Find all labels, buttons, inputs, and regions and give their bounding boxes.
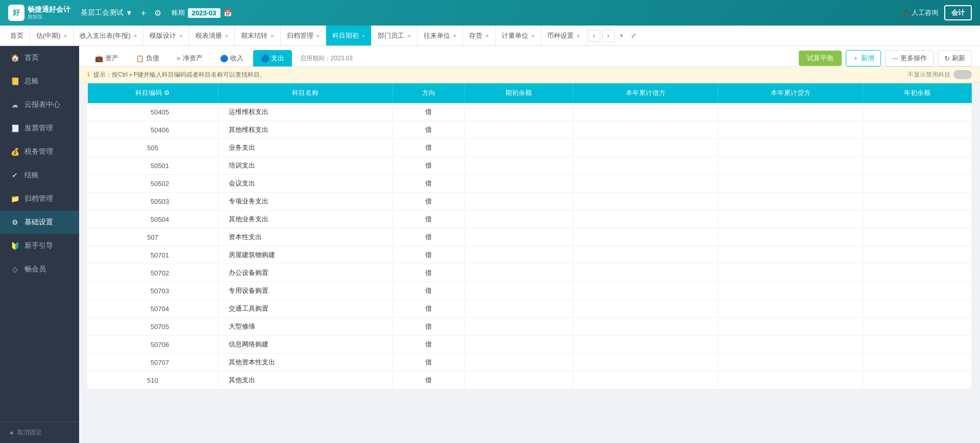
cloud-report-icon: ☁ (10, 100, 19, 109)
consult-button[interactable]: 🎧 人工咨询 (901, 8, 938, 17)
refresh-button[interactable]: ↻ 刷新 (938, 50, 972, 66)
table-header-row: 科目编码 ⚙ 科目名称 方向 期初余额 本年累计借方 本年累计贷方 年初余额 (88, 83, 972, 103)
add-company-icon[interactable]: ＋ (139, 7, 148, 19)
calendar-icon[interactable]: 📅 (224, 9, 232, 17)
logo-text-area: 畅捷通好会计 旗舰版 (28, 5, 70, 21)
table-row[interactable]: 50504其他业务支出借 (88, 211, 972, 228)
table-row[interactable]: 510其他支出借 (88, 371, 972, 389)
sidebar-item-home[interactable]: 🏠 首页 (0, 46, 79, 69)
disabled-toggle[interactable]: 不显示禁用科目 (908, 70, 972, 79)
col-direction: 方向 (393, 83, 464, 103)
tab-estimate[interactable]: 估(中期) × (30, 26, 74, 46)
cell-direction: 借 (393, 228, 464, 246)
asset-icon: 💼 (95, 55, 103, 62)
tab-close-income-report[interactable]: × (134, 33, 137, 39)
sidebar-item-ledger[interactable]: 📒 总账 (0, 69, 79, 93)
balance-button[interactable]: 试算平衡 (799, 51, 842, 66)
sidebar-collapse-button[interactable]: ◄ 取消固定 (0, 422, 79, 443)
tab-close-all-button[interactable]: × (616, 30, 628, 42)
tab-close-unit[interactable]: × (531, 33, 534, 39)
tab-currency[interactable]: 币种设置 × (541, 26, 586, 46)
tab-dept-staff[interactable]: 部门员工 × (372, 26, 417, 46)
cell-opening-balance (464, 211, 573, 228)
table-row[interactable]: 50707其他资本性支出借 (88, 354, 972, 371)
tab-income-report[interactable]: 收入支出表(年报) × (74, 26, 143, 46)
table-row[interactable]: 507资本性支出借 (88, 228, 972, 246)
cell-ytd-credit (718, 336, 863, 354)
tab-partner[interactable]: 往来单位 × (418, 26, 463, 46)
tab-template[interactable]: 模版设计 × (143, 26, 189, 46)
subtab-asset[interactable]: 💼 资产 (87, 50, 126, 66)
table-row[interactable]: 50406其他维权支出借 (88, 121, 972, 139)
tab-period-end[interactable]: 期末结转 × (235, 26, 280, 46)
sidebar-item-settings[interactable]: ⚙ 基础设置 (0, 211, 79, 234)
table-row[interactable]: 50502会议支出借 (88, 175, 972, 193)
hint-text: ℹ 提示：按Ctrl＋F键并输入科目编码或者科目名称可以查找科目。 (87, 71, 266, 79)
sidebar-item-tax[interactable]: 💰 税务管理 (0, 140, 79, 164)
tab-close-template[interactable]: × (179, 33, 182, 39)
cell-ytd-debit (573, 211, 718, 228)
settings-icon[interactable]: ⚙ (154, 8, 161, 18)
sidebar-item-archive[interactable]: 📁 归档管理 (0, 187, 79, 211)
cell-year-opening (863, 282, 972, 300)
tab-home[interactable]: 首页 (4, 26, 30, 46)
tab-close-currency[interactable]: × (577, 33, 580, 39)
logo-icon: 好 (8, 5, 24, 21)
tab-close-partner[interactable]: × (453, 33, 456, 39)
cell-name: 业务支出 (218, 139, 393, 157)
tab-close-inventory[interactable]: × (485, 33, 488, 39)
liability-icon: 📋 (136, 55, 144, 62)
tab-next-button[interactable]: › (602, 30, 615, 42)
cell-ytd-credit (718, 175, 863, 193)
subtab-income[interactable]: 🔵 收入 (212, 50, 251, 66)
cell-year-opening (863, 228, 972, 246)
sidebar-item-guide[interactable]: 🔰 新手引导 (0, 234, 79, 258)
sidebar-item-invoice[interactable]: 🧾 发票管理 (0, 116, 79, 140)
cell-name: 资本性支出 (218, 228, 393, 246)
cell-opening-balance (464, 193, 573, 211)
tab-inventory[interactable]: 存货 × (463, 26, 495, 46)
more-icon: ⋯ (892, 55, 898, 62)
logo-area: 好 畅捷通好会计 旗舰版 (8, 5, 75, 21)
table-row[interactable]: 50503专项业务支出借 (88, 193, 972, 211)
table-row[interactable]: 50501培训支出借 (88, 157, 972, 175)
table-row[interactable]: 50405运维维权支出借 (88, 103, 972, 121)
tab-close-tax[interactable]: × (225, 33, 228, 39)
sidebar-item-member[interactable]: ◇ 畅会员 (0, 258, 79, 281)
tab-tax[interactable]: 税表清册 × (189, 26, 235, 46)
table-row[interactable]: 50703专用设备购置借 (88, 282, 972, 300)
cell-ytd-debit (573, 157, 718, 175)
tab-close-period-end[interactable]: × (271, 33, 274, 39)
table-row[interactable]: 50706信息网络购建借 (88, 336, 972, 354)
table-row[interactable]: 50704交通工具购置借 (88, 300, 972, 318)
cell-ytd-debit (573, 175, 718, 193)
table-row[interactable]: 50702办公设备购置借 (88, 264, 972, 282)
subtab-expense[interactable]: 🔵 支出 (253, 50, 292, 66)
table-row[interactable]: 505业务支出借 (88, 139, 972, 157)
table-row[interactable]: 50705大型修缮借 (88, 318, 972, 336)
cell-direction: 借 (393, 354, 464, 371)
tab-unit[interactable]: 计量单位 × (496, 26, 541, 46)
tab-close-estimate[interactable]: × (64, 33, 67, 39)
more-button[interactable]: ⋯ 更多操作 (885, 50, 934, 66)
sidebar-item-cloud-report[interactable]: ☁ 云报表中心 (0, 93, 79, 116)
table-row[interactable]: 50701房屋建筑物购建借 (88, 246, 972, 264)
tab-archive[interactable]: 归档管理 × (281, 26, 326, 46)
invoice-icon: 🧾 (10, 124, 19, 133)
account-button[interactable]: 会计 (944, 5, 972, 20)
add-button[interactable]: ＋ 新增 (846, 50, 881, 66)
tab-close-dept-staff[interactable]: × (407, 33, 410, 39)
tab-close-subject-init[interactable]: × (362, 33, 365, 39)
tab-subject-init[interactable]: 科目期初 × (326, 26, 372, 46)
subtab-liability[interactable]: 📋 负债 (128, 50, 167, 66)
company-selector[interactable]: 基层工会测试 ▼ (81, 8, 133, 17)
sidebar-item-checkout[interactable]: ✔ 结账 (0, 164, 79, 187)
cell-code: 50405 (88, 103, 218, 121)
tab-prev-button[interactable]: ‹ (588, 30, 600, 42)
toggle-switch[interactable] (953, 70, 972, 79)
col-settings-icon[interactable]: ⚙ (164, 89, 170, 97)
col-opening-balance: 期初余额 (464, 83, 573, 103)
tab-expand-button[interactable]: ⤢ (628, 30, 640, 42)
subtab-equity[interactable]: ≡ 净资产 (169, 50, 210, 66)
tab-close-archive[interactable]: × (316, 33, 320, 39)
